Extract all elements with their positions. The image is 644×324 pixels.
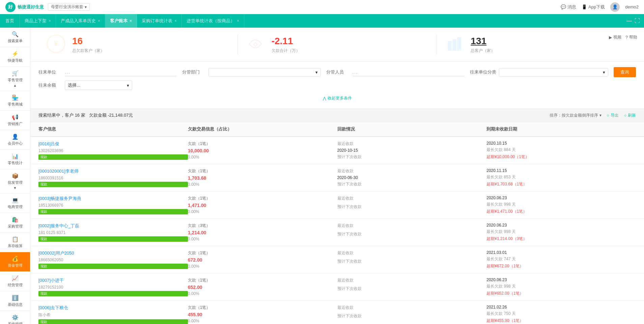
sidebar-item-retail-stats[interactable]: 📊 零售统计 bbox=[0, 150, 30, 169]
sort-label: 排序：按欠款金额倒序排序 bbox=[550, 113, 598, 118]
message-button[interactable]: 💬 消息 bbox=[561, 4, 576, 10]
next-payment-5: 预计下次收款 bbox=[337, 286, 487, 292]
view-btn[interactable]: ▶ 视频 bbox=[609, 34, 621, 40]
overdue-link-4[interactable]: 超期¥672.00（1笔） bbox=[486, 263, 636, 269]
due-info-2: 2020.06.23 最长欠款 998 天 超期¥1,471.00（1笔） bbox=[486, 196, 636, 214]
help-btn[interactable]: ? 帮助 bbox=[625, 34, 637, 40]
debt-title-6: 欠款（1笔） bbox=[188, 305, 337, 311]
app-download-button[interactable]: 📱 App下载 bbox=[582, 4, 605, 10]
sidebar-item-member[interactable]: 👤 会员中心 bbox=[0, 130, 30, 150]
next-payment-4: 预计下次收款 bbox=[337, 259, 487, 264]
sidebar-item-basic-info[interactable]: ℹ️ 基础信息 bbox=[0, 291, 30, 311]
refresh-button[interactable]: ○ 刷新 bbox=[624, 113, 636, 118]
table-header: 客户信息 欠款交易信息（占比） 回款情况 到期未收款日期 bbox=[30, 122, 644, 137]
sidebar-item-operation[interactable]: 📈 经营管理 bbox=[0, 272, 30, 291]
customer-tag-6: 现款 bbox=[38, 319, 188, 324]
export-button[interactable]: ○ 导出 bbox=[607, 113, 619, 118]
due-detail-3: 最长欠款 998 天 bbox=[486, 229, 636, 235]
debt-info-4: 欠款（1笔） 672.00 0.00% bbox=[188, 250, 337, 269]
filter-row-2: 往来余额 选择... ▾ bbox=[38, 81, 636, 90]
debt-title-4: 欠款（1笔） bbox=[188, 250, 337, 256]
overdue-link-2[interactable]: 超期¥1,471.00（1笔） bbox=[486, 209, 636, 214]
customer-name-4[interactable]: [000002]用户2050 bbox=[38, 250, 188, 256]
tab-stock-stat[interactable]: 进货单统计表（按商品） × bbox=[182, 14, 244, 28]
dept-select[interactable]: ▾ bbox=[208, 68, 320, 77]
system-icon: ⚙️ bbox=[12, 314, 19, 321]
filter-from-unit: 往来单位 ... bbox=[38, 68, 177, 76]
customer-name-6[interactable]: [0006]去下粮仓 bbox=[38, 305, 188, 311]
company-selector[interactable]: 母婴行业演示账套 ▾ bbox=[48, 3, 90, 11]
company-name: 母婴行业演示账套 bbox=[51, 4, 83, 10]
overdue-link-3[interactable]: 超期¥1,214.00（3笔） bbox=[486, 236, 636, 242]
tab-purchase-order[interactable]: 采购订单统计表 × bbox=[137, 14, 182, 28]
tab-stock-stat-close[interactable]: × bbox=[237, 19, 239, 23]
from-unit-input[interactable]: ... bbox=[65, 68, 177, 76]
sort-select[interactable]: 排序：按欠款金额倒序排序 ▾ bbox=[550, 113, 601, 118]
stat-total-debt-customers: ¥ 16 总欠款客户（家） bbox=[38, 34, 237, 55]
sidebar-item-system[interactable]: ⚙️ 系统管理 bbox=[0, 311, 30, 324]
tab-customer-account[interactable]: 客户账本 × bbox=[105, 14, 137, 28]
sidebar-item-ecommerce[interactable]: 💻 电商管理 bbox=[0, 194, 30, 213]
sidebar-item-search[interactable]: 🔍 搜索菜单 bbox=[0, 28, 30, 47]
chevron-down-icon3: ▾ bbox=[127, 83, 129, 88]
customer-name-0[interactable]: [0016]吕俊 bbox=[38, 141, 188, 147]
sidebar-item-finance[interactable]: 💰 资金管理 bbox=[0, 252, 30, 272]
table-row: [0001020001]李老师 18600391516 现款 欠款（1笔） 1,… bbox=[30, 164, 644, 192]
stat-label-total: 总客户（家） bbox=[471, 48, 495, 54]
sidebar-item-batch-mgmt[interactable]: 📦 批发管理 ▼ bbox=[0, 169, 30, 194]
tab-home[interactable]: 首页 bbox=[0, 14, 20, 28]
export-icon: ○ bbox=[607, 113, 609, 118]
debt-amount-4[interactable]: 672.00 bbox=[188, 257, 337, 263]
table-row: [0003]畅捷服务尹海燕 18513066976 现款 欠款（1笔） 1,47… bbox=[30, 192, 644, 219]
sidebar-item-quick-nav[interactable]: ⚡ 快捷导航 bbox=[0, 47, 30, 67]
debt-percent-1: 0.00% bbox=[188, 182, 337, 187]
debt-amount-6[interactable]: 455.90 bbox=[188, 312, 337, 317]
tab-production-close[interactable]: × bbox=[98, 19, 100, 23]
customer-name-5[interactable]: [0007]小进干 bbox=[38, 277, 188, 284]
debt-amount-2[interactable]: 1,471.00 bbox=[188, 203, 337, 208]
last-payment-label-6: 最近收款 bbox=[337, 305, 487, 311]
debt-amount-0[interactable]: 10,000.00 bbox=[188, 148, 337, 153]
sidebar-item-marketing[interactable]: 📢 营销推广 bbox=[0, 111, 30, 130]
customer-phone-5: 18279152100 bbox=[38, 285, 188, 290]
debt-amount-5[interactable]: 652.00 bbox=[188, 285, 337, 290]
overdue-link-6[interactable]: 超期¥455.90（1笔） bbox=[486, 318, 636, 324]
customer-name-1[interactable]: [0001020001]李老师 bbox=[38, 168, 188, 174]
remaining-select[interactable]: 选择... ▾ bbox=[65, 81, 132, 90]
customer-info-2: [0003]畅捷服务尹海燕 18513066976 现款 bbox=[38, 196, 188, 214]
customer-name-3[interactable]: [0002]服务中心_丁磊 bbox=[38, 223, 188, 229]
unit-category-select[interactable]: ▾ bbox=[499, 68, 608, 77]
sidebar-item-inventory[interactable]: 📋 库存核算 bbox=[0, 233, 30, 252]
person-input[interactable]: ... bbox=[353, 68, 465, 76]
tab-purchase-order-close[interactable]: × bbox=[174, 19, 177, 23]
sidebar-item-purchase[interactable]: 🛍️ 采购管理 bbox=[0, 213, 30, 233]
sidebar-item-retail-store[interactable]: 🏪 零售商城 bbox=[0, 91, 30, 111]
payment-info-2: 最近收款 预计下次收款 bbox=[337, 196, 487, 210]
collapse-button[interactable]: ⋀ 收起更多条件 bbox=[38, 93, 636, 103]
tabs-minimize-icon[interactable]: — bbox=[626, 18, 632, 24]
debt-info-0: 欠款（1笔） 10,000.00 0.00% bbox=[188, 141, 337, 159]
due-date-3: 2020.06.23 bbox=[486, 223, 636, 228]
retail-mgmt-icon: 🛒 bbox=[12, 70, 19, 77]
tab-production[interactable]: 产成品入库单历史 × bbox=[56, 14, 105, 28]
overdue-link-5[interactable]: 超期¥652.00（1笔） bbox=[486, 291, 636, 296]
customer-name-2[interactable]: [0003]畅捷服务尹海燕 bbox=[38, 196, 188, 202]
stat-icon-debt: ◇ bbox=[246, 34, 266, 55]
sidebar-item-retail-mgmt[interactable]: 🛒 零售管理 ▲ bbox=[0, 67, 30, 91]
last-payment-label-5: 最近收款 bbox=[337, 277, 487, 283]
tab-goods-close[interactable]: × bbox=[49, 19, 51, 23]
avatar[interactable]: 👤 bbox=[610, 2, 620, 12]
tabs-maximize-icon[interactable]: ⛶ bbox=[635, 18, 640, 24]
tab-customer-account-close[interactable]: × bbox=[130, 19, 132, 23]
sidebar-label-finance: 资金管理 bbox=[8, 263, 23, 268]
debt-title-1: 欠款（1笔） bbox=[188, 168, 337, 174]
stat-icon-total bbox=[445, 34, 465, 55]
overdue-link-1[interactable]: 超期¥1,703.68（1笔） bbox=[486, 181, 636, 187]
col-debt-info: 欠款交易信息（占比） bbox=[188, 126, 337, 132]
debt-amount-1[interactable]: 1,703.68 bbox=[188, 175, 337, 181]
debt-amount-3[interactable]: 1,214.00 bbox=[188, 230, 337, 235]
tab-goods[interactable]: 商品上下架 × bbox=[20, 14, 56, 28]
overdue-link-0[interactable]: 超期¥10,000.00（1笔） bbox=[486, 154, 636, 160]
search-button[interactable]: 查询 bbox=[614, 67, 636, 77]
customer-tag-3: 现款 bbox=[38, 236, 188, 242]
